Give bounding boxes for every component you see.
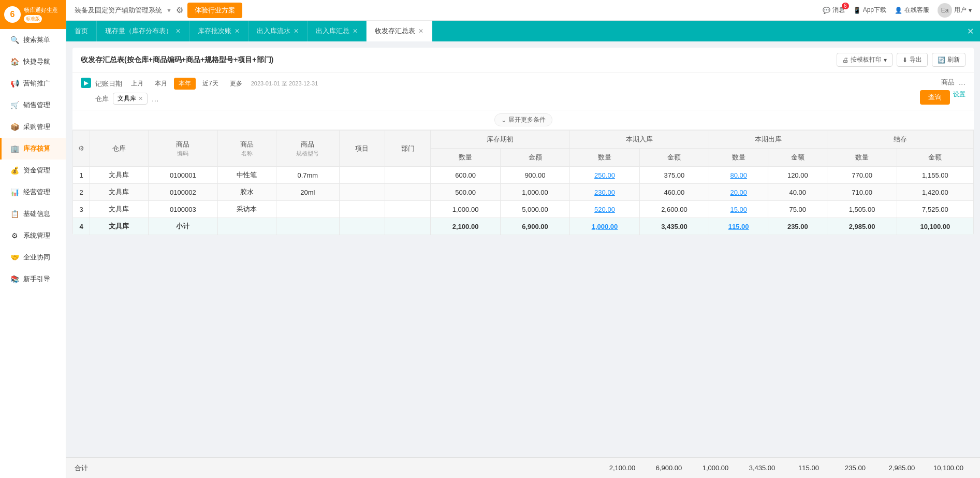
tab-inventory-dist[interactable]: 现存量（库存分布表） ✕ <box>97 21 189 41</box>
filter-top-row: ▶ 记账日期 上月 本月 本年 近7天 更多 <box>81 78 966 105</box>
row-department <box>385 184 431 201</box>
tab-batch-ledger[interactable]: 库存批次账 ✕ <box>189 21 248 41</box>
sidebar-item-marketing[interactable]: 📢 营销推广 <box>0 73 66 94</box>
message-btn[interactable]: 💬 消息 6 <box>823 6 845 15</box>
row-opening-qty: 500.00 <box>431 184 500 201</box>
total-label: 合计 <box>75 463 88 473</box>
export-icon: ⬇ <box>902 56 908 64</box>
sidebar-item-finance[interactable]: 💰 资金管理 <box>0 160 66 181</box>
warehouse-tag-close[interactable]: ✕ <box>138 95 143 102</box>
column-settings-btn[interactable]: ⚙ <box>73 131 90 167</box>
date-label: 记账日期 <box>95 79 122 89</box>
col-header-out-qty: 数量 <box>709 149 768 167</box>
export-button[interactable]: ⬇ 导出 <box>897 53 928 67</box>
tab-inout-flow[interactable]: 出入库流水 ✕ <box>248 21 308 41</box>
row-project <box>339 184 385 201</box>
subtotal-opening-amt: 6,900.00 <box>500 218 569 235</box>
tab-home-label: 首页 <box>75 26 88 36</box>
date-btn-7days[interactable]: 近7天 <box>198 78 223 90</box>
user-area[interactable]: Ea 用户 ▾ <box>938 3 972 18</box>
col-header-goods-code: 商品编码 <box>148 131 217 167</box>
tab-close-inventory-dist[interactable]: ✕ <box>175 27 181 35</box>
date-btn-this-year[interactable]: 本年 <box>174 78 196 90</box>
sidebar-item-search[interactable]: 🔍 搜索菜单 <box>0 29 66 51</box>
row-balance-qty: 1,505.00 <box>827 201 897 218</box>
row-in-qty[interactable]: 520.00 <box>570 201 639 218</box>
sidebar-item-label: 库存核算 <box>23 144 50 153</box>
subtotal-balance-qty: 2,985.00 <box>827 218 897 235</box>
subtotal-in-qty[interactable]: 1,000.00 <box>570 218 639 235</box>
col-group-balance: 结存 <box>827 131 974 149</box>
col-group-in: 本期入库 <box>570 131 709 149</box>
sidebar-item-base-info[interactable]: 📋 基础信息 <box>0 203 66 225</box>
row-goods-name: 胶水 <box>218 184 276 201</box>
row-out-qty[interactable]: 15.00 <box>709 201 768 218</box>
settings-link[interactable]: 设置 <box>953 90 966 105</box>
warehouse-tag-name: 文具库 <box>118 94 136 103</box>
date-btn-last-month[interactable]: 上月 <box>126 78 148 90</box>
row-goods-name: 采访本 <box>218 201 276 218</box>
filter-collapse-btn[interactable]: ▶ <box>81 78 91 88</box>
sidebar-item-quick-nav[interactable]: 🏠 快捷导航 <box>0 51 66 73</box>
query-button[interactable]: 查询 <box>920 90 950 105</box>
sidebar-item-inventory[interactable]: 🏢 库存核算 <box>0 138 66 160</box>
tab-close-inout-summary[interactable]: ✕ <box>353 27 358 35</box>
sidebar-item-guide[interactable]: 📚 新手引导 <box>0 268 66 290</box>
service-icon: 👤 <box>895 7 902 14</box>
row-balance-qty: 770.00 <box>827 167 897 184</box>
app-download-btn[interactable]: 📱 App下载 <box>853 6 886 15</box>
goods-more-btn[interactable]: ... <box>959 78 966 87</box>
subtotal-out-qty[interactable]: 115.00 <box>709 218 768 235</box>
tab-close-batch-ledger[interactable]: ✕ <box>235 27 240 35</box>
row-project <box>339 201 385 218</box>
tab-bar-close-btn[interactable]: ✕ <box>961 26 980 36</box>
sidebar-item-label: 企业协同 <box>23 253 50 262</box>
warehouse-more-btn[interactable]: ... <box>152 94 158 104</box>
expand-more-btn[interactable]: ⌄ 展开更多条件 <box>494 113 552 126</box>
subtotal-balance-amt: 10,100.00 <box>897 218 973 235</box>
sidebar-item-operations[interactable]: 📊 经营管理 <box>0 181 66 203</box>
date-btn-this-month[interactable]: 本月 <box>150 78 172 90</box>
online-service-btn[interactable]: 👤 在线客服 <box>895 6 929 15</box>
tab-close-inout-flow[interactable]: ✕ <box>294 27 299 35</box>
sidebar-item-enterprise[interactable]: 🤝 企业协同 <box>0 247 66 268</box>
settings-icon[interactable]: ⚙ <box>176 5 183 15</box>
sidebar-item-sales[interactable]: 🛒 销售管理 <box>0 94 66 116</box>
trial-button[interactable]: 体验行业方案 <box>187 3 242 18</box>
col-header-in-amt: 金额 <box>639 149 709 167</box>
date-btn-more[interactable]: 更多 <box>225 78 247 90</box>
row-in-qty[interactable]: 230.00 <box>570 184 639 201</box>
tab-inout-summary-label: 出入库汇总 <box>316 26 349 36</box>
row-num: 2 <box>73 184 90 201</box>
print-button[interactable]: 🖨 按模板打印 ▾ <box>837 53 893 67</box>
message-badge: 6 <box>842 3 849 9</box>
refresh-button[interactable]: 🔄 刷新 <box>932 53 966 67</box>
app-download-label: App下载 <box>863 6 886 15</box>
row-out-qty[interactable]: 80.00 <box>709 167 768 184</box>
row-out-qty[interactable]: 20.00 <box>709 184 768 201</box>
warehouse-tag[interactable]: 文具库 ✕ <box>113 93 148 105</box>
expand-chevron-icon: ⌄ <box>501 117 506 124</box>
sidebar-item-label: 系统管理 <box>23 231 50 240</box>
tab-inout-summary[interactable]: 出入库汇总 ✕ <box>308 21 367 41</box>
tab-home[interactable]: 首页 <box>66 21 97 41</box>
row-in-amt: 460.00 <box>639 184 709 201</box>
subtotal-label: 小计 <box>148 218 217 235</box>
system-icon: ⚙ <box>10 231 19 240</box>
row-out-amt: 75.00 <box>768 201 827 218</box>
total-balance-amt: 10,100.00 <box>925 464 972 472</box>
tab-recv-send-summary[interactable]: 收发存汇总表 ✕ <box>367 21 432 41</box>
logo-text-area: 畅库通好生意 标准版 <box>24 6 58 22</box>
home-icon: 🏠 <box>10 57 19 66</box>
sidebar-item-purchase[interactable]: 📦 采购管理 <box>0 116 66 138</box>
sidebar-item-system[interactable]: ⚙ 系统管理 <box>0 225 66 247</box>
total-in-qty: 1,000.00 <box>692 464 739 472</box>
page-body: 收发存汇总表(按仓库+商品编码+商品+规格型号+项目+部门) 🖨 按模板打印 ▾… <box>66 41 980 457</box>
row-in-amt: 2,600.00 <box>639 201 709 218</box>
tab-close-recv-send-summary[interactable]: ✕ <box>418 27 423 35</box>
main-panel: 收发存汇总表(按仓库+商品编码+商品+规格型号+项目+部门) 🖨 按模板打印 ▾… <box>72 48 974 235</box>
row-in-qty[interactable]: 250.00 <box>570 167 639 184</box>
user-avatar: Ea <box>938 3 952 18</box>
col-header-balance-qty: 数量 <box>827 149 897 167</box>
header-dropdown-icon[interactable]: ▼ <box>166 7 172 13</box>
